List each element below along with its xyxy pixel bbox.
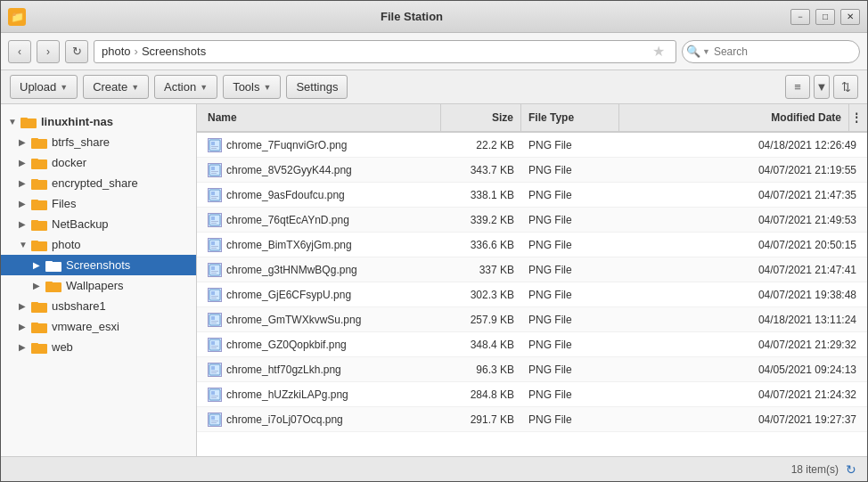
- search-box: 🔍 ▼: [682, 40, 860, 63]
- action-button[interactable]: Action ▼: [154, 75, 217, 99]
- svg-rect-13: [31, 241, 38, 243]
- forward-button[interactable]: ›: [37, 40, 60, 63]
- table-row[interactable]: chrome_BimTX6yjGm.png 336.6 KBPNG File04…: [197, 233, 867, 257]
- view-controls: ≡ ▼ ⇅: [785, 75, 858, 99]
- svg-rect-47: [211, 273, 217, 274]
- file-thumbnail: [208, 388, 222, 402]
- refresh-button[interactable]: ↻: [65, 40, 88, 63]
- col-header-name[interactable]: Name: [201, 104, 441, 131]
- file-thumbnail: [208, 413, 222, 427]
- search-dropdown-arrow: ▼: [702, 47, 710, 56]
- list-view-button[interactable]: ≡: [785, 75, 810, 99]
- col-header-type[interactable]: File Type: [521, 104, 619, 131]
- table-row[interactable]: chrome_76qtEcAYnD.png 339.2 KBPNG File04…: [197, 208, 867, 233]
- folder-icon: [31, 136, 47, 149]
- svg-rect-65: [211, 391, 215, 395]
- col-header-more[interactable]: ⋮: [849, 104, 864, 131]
- folder-icon: [31, 300, 47, 313]
- table-row[interactable]: chrome_hUZzkiLAPg.png 284.8 KBPNG File04…: [197, 382, 867, 407]
- table-row[interactable]: chrome_GmTWXkvwSu.png 257.9 KBPNG File04…: [197, 307, 867, 332]
- sidebar-item-encrypted-share[interactable]: ▶encrypted_share: [1, 173, 196, 193]
- table-row[interactable]: chrome_g3tHNMwBQg.png 337 KBPNG File04/0…: [197, 257, 867, 282]
- file-date-cell: 04/18/2021 12:26:49: [619, 139, 864, 151]
- file-date-cell: 04/07/2021 21:47:35: [619, 189, 864, 201]
- upload-button[interactable]: Upload ▼: [10, 75, 78, 99]
- file-thumbnail: [208, 288, 222, 302]
- col-header-size[interactable]: Size: [441, 104, 521, 131]
- create-button[interactable]: Create ▼: [83, 75, 149, 99]
- sidebar-item-netbackup[interactable]: ▶NetBackup: [1, 214, 196, 234]
- file-type-cell: PNG File: [521, 189, 619, 201]
- breadcrumb-separator: ›: [135, 45, 138, 58]
- svg-rect-58: [211, 346, 218, 347]
- table-row[interactable]: chrome_GjE6CFsypU.png 302.3 KBPNG File04…: [197, 282, 867, 307]
- svg-rect-11: [31, 220, 38, 223]
- statusbar-refresh-icon[interactable]: ↻: [846, 462, 856, 477]
- settings-button[interactable]: Settings: [286, 75, 348, 99]
- file-name-text: chrome_9asFdoufcu.png: [226, 189, 345, 201]
- sidebar-item-usbshare1[interactable]: ▶usbshare1: [1, 296, 196, 316]
- search-dropdown-button[interactable]: 🔍 ▼: [686, 45, 710, 58]
- table-row[interactable]: chrome_9asFdoufcu.png 338.1 KBPNG File04…: [197, 183, 867, 208]
- view-dropdown-button[interactable]: ▼: [814, 75, 830, 99]
- file-thumbnail: [208, 363, 222, 377]
- address-field[interactable]: photo › Screenshots ★: [94, 40, 676, 63]
- item-count: 18 item(s): [791, 463, 839, 476]
- file-name-cell: chrome_7FuqnviGrO.png: [201, 138, 441, 152]
- table-row[interactable]: chrome_7FuqnviGrO.png 22.2 KBPNG File04/…: [197, 133, 867, 158]
- tools-button[interactable]: Tools ▼: [223, 75, 281, 99]
- sidebar-root[interactable]: ▼ linuxhint-nas: [1, 111, 196, 132]
- file-name-cell: chrome_GmTWXkvwSu.png: [201, 313, 441, 327]
- close-button[interactable]: ✕: [840, 9, 860, 25]
- file-station-window: 📁 File Station － □ ✕ ‹ › ↻ photo › Scree…: [0, 0, 868, 482]
- sidebar-item-label: btrfs_share: [52, 135, 110, 149]
- table-row[interactable]: chrome_GZ0Qopkbif.png 348.4 KBPNG File04…: [197, 332, 867, 357]
- file-name-text: chrome_BimTX6yjGm.png: [226, 239, 352, 251]
- sidebar-item-wallpapers[interactable]: ▶Wallpapers: [1, 275, 196, 296]
- file-type-cell: PNG File: [521, 264, 619, 276]
- svg-rect-54: [211, 321, 218, 322]
- svg-rect-29: [211, 167, 215, 170]
- svg-rect-3: [31, 138, 38, 141]
- sidebar-item-btrfs-share[interactable]: ▶btrfs_share: [1, 132, 196, 152]
- sidebar-item-web[interactable]: ▶web: [1, 337, 196, 357]
- svg-rect-55: [211, 323, 217, 323]
- svg-rect-70: [211, 421, 218, 421]
- file-size-cell: 302.3 KB: [441, 289, 521, 301]
- statusbar: 18 item(s) ↻: [1, 456, 867, 481]
- file-date-cell: 04/07/2021 19:38:48: [619, 289, 864, 301]
- file-list-body: chrome_7FuqnviGrO.png 22.2 KBPNG File04/…: [197, 133, 867, 456]
- file-size-cell: 291.7 KB: [441, 413, 521, 426]
- file-type-cell: PNG File: [521, 314, 619, 326]
- sidebar-item-photo[interactable]: ▼photo: [1, 234, 196, 255]
- svg-rect-15: [45, 261, 53, 264]
- file-name-text: chrome_GjE6CFsypU.png: [226, 289, 351, 301]
- table-row[interactable]: chrome_i7oLj07Ocq.png 291.7 KBPNG File04…: [197, 407, 867, 432]
- svg-rect-19: [31, 302, 38, 305]
- svg-rect-46: [211, 271, 218, 272]
- sidebar-item-screenshots[interactable]: ▶Screenshots: [1, 255, 196, 275]
- file-thumbnail: [208, 313, 222, 327]
- minimize-button[interactable]: －: [790, 9, 810, 25]
- maximize-button[interactable]: □: [815, 9, 835, 25]
- back-button[interactable]: ‹: [8, 40, 31, 63]
- table-row[interactable]: chrome_8V52GyyK44.png 343.7 KBPNG File04…: [197, 158, 867, 183]
- favorite-button[interactable]: ★: [649, 43, 668, 60]
- table-row[interactable]: chrome_htf70gzLkh.png 96.3 KBPNG File04/…: [197, 357, 867, 382]
- sidebar-item-vmware-esxi[interactable]: ▶vmware_esxi: [1, 316, 196, 337]
- file-name-text: chrome_htf70gzLkh.png: [226, 364, 341, 376]
- svg-rect-17: [45, 282, 53, 284]
- sidebar-item-docker[interactable]: ▶docker: [1, 152, 196, 173]
- sidebar-item-files[interactable]: ▶Files: [1, 193, 196, 214]
- svg-rect-21: [31, 323, 38, 325]
- svg-rect-45: [211, 266, 215, 270]
- file-name-cell: chrome_GZ0Qopkbif.png: [201, 338, 441, 352]
- sidebar-item-label: docker: [52, 156, 86, 169]
- file-type-cell: PNG File: [521, 364, 619, 376]
- col-header-date[interactable]: Modified Date: [619, 104, 849, 131]
- search-input[interactable]: [714, 45, 839, 58]
- file-list-header: Name Size File Type Modified Date ⋮: [197, 104, 867, 133]
- sort-button[interactable]: ⇅: [833, 75, 858, 99]
- file-name-cell: chrome_8V52GyyK44.png: [201, 163, 441, 177]
- file-thumbnail: [208, 138, 222, 152]
